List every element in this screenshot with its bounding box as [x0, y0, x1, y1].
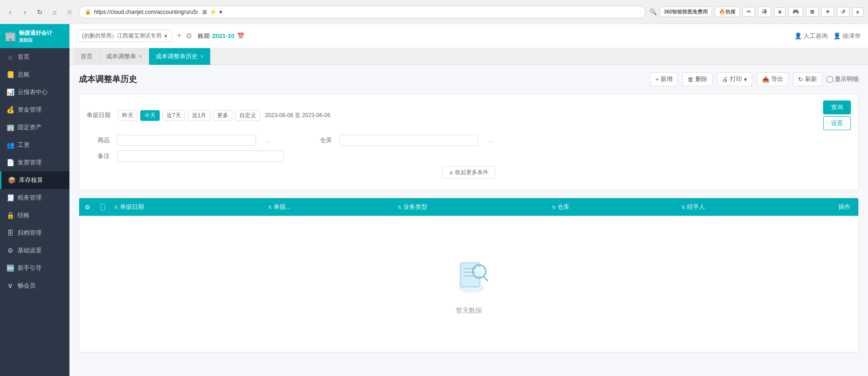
remark-input[interactable]	[117, 150, 284, 162]
star-button[interactable]: ☆	[64, 6, 75, 18]
undo-tool[interactable]: ↺	[837, 7, 849, 17]
svg-point-9	[476, 268, 479, 271]
th-warehouse-label: 仓库	[557, 203, 569, 211]
settings-icon[interactable]: ⚙	[186, 31, 192, 40]
hot-search-btn[interactable]: 🔥热搜	[715, 6, 740, 17]
logo-icon: 🏢	[5, 31, 16, 42]
display-toggle[interactable]: 显示明细	[827, 75, 859, 83]
custom-btn[interactable]: 自定义	[235, 110, 260, 121]
goods-ellipsis[interactable]: ...	[263, 136, 274, 144]
empty-icon	[446, 253, 492, 299]
filter-settings-button[interactable]: 设置	[823, 116, 851, 130]
today-btn[interactable]: 今天	[140, 110, 160, 121]
sort-icon: ⇅	[681, 205, 685, 210]
sidebar-item-settings[interactable]: ⚙ 基础设置	[0, 242, 69, 259]
goods-input[interactable]	[117, 135, 256, 146]
assets-icon: 🏢	[6, 124, 14, 131]
th-warehouse[interactable]: ⇅ 仓库	[547, 203, 677, 211]
sidebar-item-ledger[interactable]: 📒 总账	[0, 66, 69, 83]
delete-button[interactable]: 🗑 删除	[682, 72, 712, 86]
filter-row-goods-warehouse: 商品 ... 仓库 ...	[87, 135, 851, 146]
sidebar-item-funds[interactable]: 💰 资金管理	[0, 101, 69, 119]
sidebar-item-archive[interactable]: 🗄 归档管理	[0, 224, 69, 242]
collapse-button[interactable]: ∧ 收起更多条件	[442, 166, 495, 179]
home-icon: ⌂	[6, 53, 14, 61]
sidebar-item-vip[interactable]: V 畅会员	[0, 277, 69, 295]
salary-icon: 👥	[6, 141, 14, 149]
warehouse-input[interactable]	[339, 135, 478, 146]
company-selector[interactable]: (勿删勿禁用）江西服宝测试专用 ▾	[77, 30, 172, 42]
display-toggle-checkbox[interactable]	[827, 76, 833, 82]
tab-cost-adjust-history[interactable]: 成本调整单历史 ×	[149, 48, 211, 65]
select-all-checkbox[interactable]	[100, 204, 105, 210]
sidebar-item-tax[interactable]: 🧾 税务管理	[0, 189, 69, 207]
sidebar: 🏢 畅捷通好会计 旗舰版 ⌂ 首页 📒 总账 📊 云报表中心 💰 资金管理	[0, 24, 69, 376]
tab-home[interactable]: 首页	[74, 48, 100, 65]
print-button[interactable]: 🖨 打印 ▾	[717, 72, 752, 86]
page-header: 成本调整单历史 + 新增 🗑 删除 🖨 打印 ▾	[79, 72, 859, 86]
export-button[interactable]: 📤 导出	[757, 72, 788, 86]
sidebar-item-guide[interactable]: 🆕 新手引导	[0, 259, 69, 277]
sidebar-item-closing[interactable]: 🔒 结账	[0, 207, 69, 224]
inventory-icon: 📦	[8, 176, 15, 184]
th-voucher[interactable]: ⇅ 单据...	[263, 203, 393, 211]
tab-cost-adjust[interactable]: 成本调整单 ×	[100, 48, 149, 65]
page-content: 成本调整单历史 + 新增 🗑 删除 🖨 打印 ▾	[69, 65, 868, 376]
reload-button[interactable]: ↻	[34, 6, 45, 18]
new-button[interactable]: + 新增	[650, 72, 678, 86]
sidebar-logo: 🏢 畅捷通好会计 旗舰版	[0, 24, 69, 48]
top-right-actions: 👤 人工咨询 👤 徐泽华	[794, 32, 861, 40]
calendar-icon[interactable]: 📅	[237, 32, 244, 39]
th-settings[interactable]: ⚙	[79, 204, 96, 211]
add-company-btn[interactable]: +	[177, 31, 182, 41]
warehouse-filter-label: 仓库	[309, 136, 332, 144]
page-actions: + 新增 🗑 删除 🖨 打印 ▾ 📤 导出	[650, 72, 859, 86]
game-tool[interactable]: 🎮	[788, 7, 803, 17]
yesterday-btn[interactable]: 昨天	[118, 110, 137, 121]
period-label: 账期	[198, 32, 210, 40]
refresh-icon: ↻	[798, 76, 803, 83]
th-actions-label: 操作	[838, 203, 850, 211]
vip-icon: V	[6, 282, 14, 289]
1month-btn[interactable]: 近1月	[188, 110, 211, 121]
url-bar[interactable]: 🔒 https://cloud.chanjet.com/accounting/u…	[79, 6, 646, 19]
smart-cutout-btn[interactable]: 360智能抠图免费用	[660, 6, 712, 17]
th-biztype[interactable]: ⇅ 业务类型	[393, 203, 547, 211]
user-item[interactable]: 👤 徐泽华	[833, 32, 861, 40]
sidebar-item-reports[interactable]: 📊 云报表中心	[0, 83, 69, 101]
sort-icon: ⇅	[552, 205, 556, 210]
sidebar-item-assets[interactable]: 🏢 固定资产	[0, 119, 69, 136]
translate-tool[interactable]: 译	[758, 6, 771, 17]
th-date[interactable]: ⇅ 单据日期	[110, 203, 263, 211]
wallet-tool[interactable]: ¥	[774, 7, 785, 17]
refresh-button[interactable]: ↻ 刷新	[793, 72, 822, 86]
7days-btn[interactable]: 近7天	[162, 110, 185, 121]
th-checkbox[interactable]	[96, 204, 110, 210]
query-settings-group: 查询 设置	[823, 100, 851, 130]
sidebar-item-salary[interactable]: 👥 工资	[0, 136, 69, 154]
back-button[interactable]: ‹	[5, 6, 16, 18]
more-btn[interactable]: 更多	[213, 110, 232, 121]
warehouse-ellipsis[interactable]: ...	[486, 136, 496, 144]
page-title: 成本调整单历史	[79, 74, 137, 85]
chevron-down-icon: ▾	[744, 76, 747, 83]
forward-button[interactable]: ›	[19, 6, 31, 18]
date-quick-buttons: 昨天 今天 近7天 近1月 更多 自定义 2023-06-06 至 2023-0…	[118, 110, 331, 121]
sidebar-item-label: 资金管理	[18, 106, 42, 114]
sidebar-item-inventory[interactable]: 📦 库存核算	[0, 171, 69, 189]
menu-tool[interactable]: ≡	[852, 7, 863, 17]
tab-close-history[interactable]: ×	[200, 53, 204, 60]
theme-tool[interactable]: ☀	[821, 7, 834, 17]
support-item[interactable]: 👤 人工咨询	[794, 32, 828, 40]
goods-filter-label: 商品	[87, 136, 110, 144]
grid-tool[interactable]: ⊞	[806, 7, 818, 17]
support-icon: 👤	[794, 32, 802, 39]
sidebar-item-home[interactable]: ⌂ 首页	[0, 48, 69, 66]
th-operator[interactable]: ⇅ 经手人	[677, 203, 831, 211]
tab-close-cost-adjust[interactable]: ×	[139, 53, 142, 60]
home-button[interactable]: ⌂	[49, 6, 60, 18]
sidebar-item-invoice[interactable]: 📄 发票管理	[0, 154, 69, 171]
query-button[interactable]: 查询	[823, 100, 851, 114]
print-icon: 🖨	[722, 76, 728, 83]
scissors-tool[interactable]: ✂	[743, 7, 755, 17]
